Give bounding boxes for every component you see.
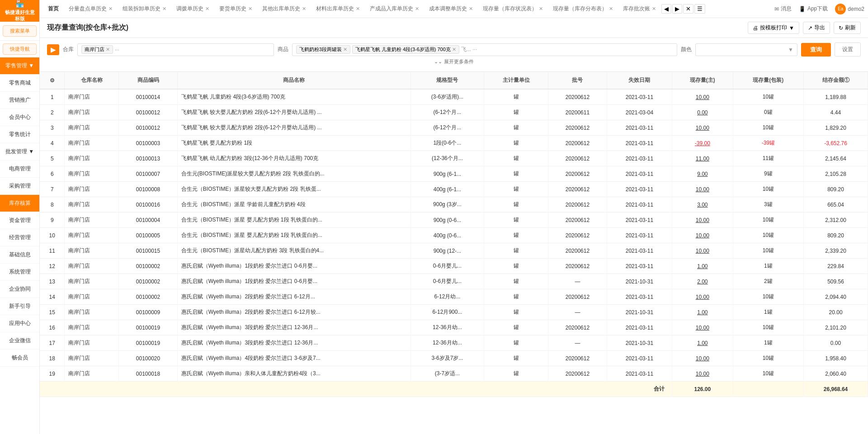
print-button[interactable]: 🖨 按模板打印 ▼ [748,22,799,34]
sidebar-item-ecommerce[interactable]: 电商管理 [0,160,39,178]
product-tag-0-remove[interactable]: ✕ [343,47,347,52]
total-qty: 126.00 [672,382,733,397]
filter-toggle-button[interactable]: ▶ [47,44,59,55]
tab-0-close[interactable]: ✕ [108,6,113,11]
sidebar-item-inventory[interactable]: 库存核算 [0,195,39,212]
row-qty-main[interactable]: 10.00 [672,212,733,228]
sidebar-item-basic-info[interactable]: 基础信息 [0,246,39,264]
row-qty-main[interactable]: 10.00 [672,120,733,136]
tab-10[interactable]: 库存批次账✕ [618,3,660,14]
tab-9-close[interactable]: ✕ [609,6,613,11]
tab-close-all[interactable]: ✕ [683,4,693,14]
col-settings[interactable]: ⚙ [40,72,65,89]
sidebar-item-app-center[interactable]: 应用中心 [0,315,39,332]
row-qty-main[interactable]: 10.00 [672,182,733,197]
tab-2[interactable]: 调拨单历史✕ [172,3,214,14]
row-qty-main[interactable]: 3.00 [672,197,733,212]
tab-7[interactable]: 成本调整单历史✕ [425,3,477,14]
tab-5[interactable]: 材料出库单历史✕ [311,3,364,14]
row-qty-main[interactable]: 9.00 [672,166,733,182]
product-filter-input[interactable]: 飞鹤奶粉3段两罐装 ✕ 飞鹤星飞帆 儿童奶粉 4段(3-6岁适用) 700克 ✕… [292,43,677,56]
col-batch: 批号 [548,72,607,89]
row-amount: 1,829.20 [804,120,868,136]
export-button[interactable]: ↗ 导出 [803,22,830,34]
warehouse-filter-input[interactable]: 南岸门店 ✕ ··· [77,43,274,56]
tab-6-close[interactable]: ✕ [415,6,419,11]
row-qty-main[interactable]: 10.00 [672,228,733,243]
sidebar-item-enterprise[interactable]: 企业协同 [0,281,39,298]
row-amount: 809.20 [804,182,868,197]
sidebar-item-finance[interactable]: 资金管理 [0,212,39,229]
row-unit: 罐 [484,351,548,366]
row-qty-pkg: 11罐 [733,151,804,166]
sidebar-item-member[interactable]: 会员中心 [0,109,39,126]
row-qty-main[interactable]: 2.00 [672,274,733,289]
row-qty-main[interactable]: 10.00 [672,366,733,382]
sidebar-item-retail-management[interactable]: 零售管理 ▼ [0,57,39,75]
sidebar-item-operations[interactable]: 经营管理 [0,229,39,246]
col-qty-pkg: 现存量(包装) [733,72,804,89]
app-download-button[interactable]: 📱 App下载 [799,5,828,13]
tab-10-close[interactable]: ✕ [652,6,656,11]
setting-button[interactable]: 设置 [835,42,861,57]
row-qty-main[interactable]: 0.00 [672,105,733,120]
warehouse-tag-remove[interactable]: ✕ [106,47,110,52]
row-qty-main[interactable]: 1.00 [672,335,733,351]
tab-2-close[interactable]: ✕ [205,6,209,11]
tab-3[interactable]: 要货单历史✕ [215,3,257,14]
sidebar-item-purchase[interactable]: 采购管理 [0,178,39,195]
product-more[interactable]: 飞... ··· [461,46,477,53]
sidebar-item-system[interactable]: 系统管理 [0,264,39,281]
tab-menu[interactable]: ☰ [694,4,705,14]
row-warehouse: 南岸门店 [65,197,119,212]
tab-8[interactable]: 现存量（库存状况表）✕ [478,3,547,14]
row-qty-main[interactable]: 10.00 [672,351,733,366]
tab-1-close[interactable]: ✕ [162,6,166,11]
message-button[interactable]: ✉ 消息 [774,5,792,13]
tab-scroll-left[interactable]: ◀ [661,4,671,14]
expand-conditions-button[interactable]: ⌄⌄ 展开更多条件 [47,57,861,67]
tab-6[interactable]: 产成品入库单历史✕ [365,3,424,14]
tab-home[interactable]: 首页 [43,3,63,14]
sidebar-item-member2[interactable]: 畅会员 [0,349,39,367]
sidebar-item-retail-stats[interactable]: 零售统计 [0,126,39,143]
tab-4-close[interactable]: ✕ [302,6,306,11]
tab-7-close[interactable]: ✕ [469,6,473,11]
user-avatar-button[interactable]: Ea demo2 [835,4,864,14]
color-filter-input[interactable]: ▼ [695,43,797,56]
tab-3-close[interactable]: ✕ [248,6,252,11]
row-qty-main[interactable]: 10.00 [672,243,733,259]
refresh-button[interactable]: ↻ 刷新 [834,22,861,34]
sidebar-item-marketing[interactable]: 营销推广 [0,92,39,109]
tab-4[interactable]: 其他出库单历史✕ [258,3,311,14]
tab-9[interactable]: 现存量（库存分布表）✕ [548,3,618,14]
warehouse-more[interactable]: ··· [115,47,119,53]
tab-scroll-right[interactable]: ▶ [672,4,682,14]
row-amount: 229.84 [804,259,868,274]
row-qty-main[interactable]: 10.00 [672,289,733,305]
row-qty-main[interactable]: 10.00 [672,320,733,335]
row-qty-pkg: 10罐 [733,320,804,335]
tab-5-close[interactable]: ✕ [356,6,360,11]
sidebar-item-wechat[interactable]: 企业微信 [0,332,39,349]
query-button[interactable]: 查询 [801,43,831,57]
search-menu-button[interactable]: 搜索菜单 [3,25,37,37]
row-qty-main[interactable]: -39.00 [672,136,733,151]
row-qty-main[interactable]: 11.00 [672,151,733,166]
product-tag-1-remove[interactable]: ✕ [452,47,456,52]
row-qty-main[interactable]: 10.00 [672,89,733,105]
quick-nav-button[interactable]: 快捷导航 [3,43,37,55]
sidebar-item-wholesale[interactable]: 批发管理 ▼ [0,143,39,160]
sidebar-item-retail-mall[interactable]: 零售商城 [0,75,39,92]
row-qty-main[interactable]: 1.00 [672,259,733,274]
expand-icon: ⌄⌄ [434,59,442,64]
tab-8-close[interactable]: ✕ [539,6,543,11]
table-row: 3 南岸门店 00100012 飞鹤星飞帆 较大婴儿配方奶粉 2段(6-12个月… [40,120,868,136]
sidebar-item-guide[interactable]: 新手引导 [0,298,39,315]
row-qty-main[interactable]: 1.00 [672,305,733,320]
tab-0[interactable]: 分量盘点单历史✕ [64,3,117,14]
table-row: 10 南岸门店 00100005 合生元（BIOSTIME）派星 婴儿配方奶粉 … [40,228,868,243]
col-name: 商品名称 [177,72,410,89]
tab-1[interactable]: 组装拆卸单历史✕ [118,3,171,14]
settings-icon[interactable]: ⚙ [50,77,55,84]
